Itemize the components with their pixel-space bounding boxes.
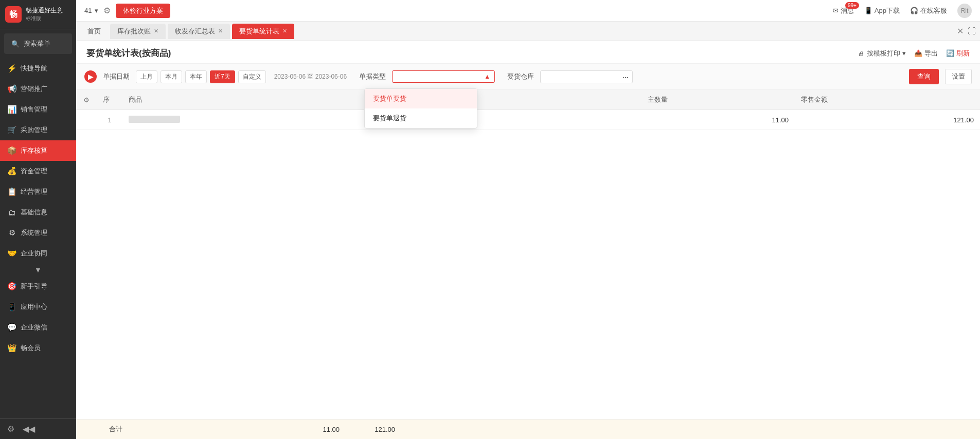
total-amount: 121.00 [344,426,395,433]
query-button[interactable]: 查询 [909,69,939,84]
date-this-month[interactable]: 本月 [161,70,182,83]
sidebar-item-purchase[interactable]: 🛒 采购管理 [0,120,76,140]
sidebar-item-marketing[interactable]: 📢 营销推广 [0,79,76,99]
export-icon: 📤 [914,49,922,57]
sidebar-item-basic[interactable]: 🗂 基础信息 [0,202,76,223]
export-button[interactable]: 📤 导出 [914,49,938,58]
print-label: 按模板打印 [867,49,900,58]
export-label: 导出 [924,49,938,58]
tab-order-summary-close[interactable]: ✕ [282,28,287,34]
date-last-7[interactable]: 近7天 [210,70,235,83]
header-settings-icon[interactable]: ⚙ [103,6,111,15]
warehouse-more-icon: ··· [622,73,628,81]
data-table-wrap: ⚙ 序 商品 主计量单位 主数量 零售金额 1 块 11.00 [76,90,980,419]
sidebar-item-finance[interactable]: 💰 资金管理 [0,161,76,181]
sidebar-item-label: 营销推广 [21,84,47,94]
warehouse-select[interactable]: ··· [540,70,633,83]
row-amount-cell: 121.00 [795,110,980,130]
sidebar-scroll-down[interactable]: ▼ [34,266,42,274]
sidebar-menu: 🔍 搜索菜单 ⚡ 快捷导航 📢 营销推广 📊 销售管理 🛒 采购管理 📦 库存核… [0,29,76,418]
footer-settings-icon[interactable]: ⚙ [7,424,14,434]
sidebar-item-inventory[interactable]: 📦 库存核算 [0,140,76,161]
store-number: 41 [84,7,92,14]
service-item[interactable]: 🎧 在线客服 [910,6,947,15]
service-label: 在线客服 [920,6,947,15]
sidebar-item-label: 基础信息 [21,208,47,217]
sidebar-item-label: 系统管理 [21,228,47,237]
marketing-icon: 📢 [7,84,16,94]
sidebar-item-system[interactable]: ⚙ 系统管理 [0,223,76,243]
content-area: 要货单统计表(按商品) 🖨 按模板打印 ▾ 📤 导出 🔄 刷新 ▶ [76,41,980,439]
tab-home[interactable]: 首页 [80,24,108,39]
sidebar-item-label: 库存核算 [21,146,47,155]
message-icon: ✉ [833,7,839,14]
avatar[interactable]: Rit [957,4,972,18]
tab-home-label: 首页 [87,27,101,36]
print-button[interactable]: 🖨 按模板打印 ▾ [858,49,906,58]
table-footer: 合计 11.00 121.00 [76,419,980,439]
appstore-icon: 📱 [7,302,16,312]
sidebar-item-search[interactable]: 🔍 搜索菜单 [4,33,72,54]
col-quantity-header: 主数量 [642,90,795,110]
print-icon: 🖨 [858,49,865,57]
type-selected-value [397,73,398,80]
sidebar-item-label: 经营管理 [21,187,47,196]
sidebar-item-label: 资金管理 [21,167,47,176]
search-icon: 🔍 [11,40,20,48]
date-last-month[interactable]: 上月 [136,70,157,83]
tab-bar-expand-icon[interactable]: ⛶ [968,27,976,36]
sidebar-item-appstore[interactable]: 📱 应用中心 [0,297,76,317]
sidebar-item-label: 畅会员 [21,343,41,353]
table-row: 1 块 11.00 121.00 [76,110,980,130]
footer-collapse-icon[interactable]: ◀◀ [23,424,35,434]
sidebar-item-member[interactable]: 👑 畅会员 [0,338,76,358]
sidebar: 畅 畅捷通好生意 标准版 🔍 搜索菜单 ⚡ 快捷导航 📢 营销推广 📊 销售管理… [0,0,76,439]
tab-bar-close-icon[interactable]: ✕ [957,26,964,36]
row-settings-cell [76,110,97,130]
sidebar-item-label: 快捷导航 [21,64,47,73]
tab-receive-summary[interactable]: 收发存汇总表 ✕ [168,24,230,39]
type-dropdown: 要货单要货 要货单退货 [364,88,477,129]
app-icon: 📱 [864,7,872,14]
tab-inventory-batch-close[interactable]: ✕ [154,28,158,34]
page-actions: 🖨 按模板打印 ▾ 📤 导出 🔄 刷新 [858,49,970,58]
chevron-down-icon: ▾ [95,7,98,14]
warehouse-selected-value [545,73,547,81]
dropdown-item-order-goods[interactable]: 要货单要货 [365,89,477,108]
tab-inventory-batch[interactable]: 库存批次账 ✕ [110,24,166,39]
sidebar-item-label: 企业协同 [21,249,47,258]
sidebar-item-label: 新手引导 [21,282,47,291]
sidebar-item-enterprise[interactable]: 🤝 企业协同 [0,243,76,264]
filter-expand-button[interactable]: ▶ [84,70,97,83]
date-this-year[interactable]: 本年 [185,70,207,83]
logo-icon: 畅 [5,6,22,23]
app-download-item[interactable]: 📱 App下载 [864,6,900,15]
sidebar-item-guide[interactable]: 🎯 新手引导 [0,276,76,297]
date-custom[interactable]: 自定义 [238,70,266,83]
date-range-display: 2023-05-06 至 2023-06-06 [274,72,347,81]
sidebar-item-wechat[interactable]: 💬 企业微信 [0,317,76,338]
type-select[interactable]: ▲ [392,70,495,83]
logo-sub: 标准版 [26,15,63,22]
tab-receive-summary-close[interactable]: ✕ [218,28,223,34]
purchase-icon: 🛒 [7,125,16,135]
sidebar-item-label: 销售管理 [21,105,47,114]
sidebar-item-quick-nav[interactable]: ⚡ 快捷导航 [0,58,76,79]
refresh-button[interactable]: 🔄 刷新 [946,49,970,58]
col-amount-header: 零售金额 [795,90,980,110]
dropdown-item-order-return[interactable]: 要货单退货 [365,108,477,128]
data-table: ⚙ 序 商品 主计量单位 主数量 零售金额 1 块 11.00 [76,90,980,130]
sidebar-item-sales[interactable]: 📊 销售管理 [0,99,76,120]
trial-button[interactable]: 体验行业方案 [116,4,170,18]
store-selector[interactable]: 41 ▾ [84,7,98,14]
sidebar-item-operation[interactable]: 📋 经营管理 [0,181,76,202]
header-left: 41 ▾ ⚙ 体验行业方案 [84,4,170,18]
message-item[interactable]: ✉ 消息 99+ [833,6,854,15]
sidebar-item-label: 采购管理 [21,125,47,135]
date-filter-label: 单据日期 [103,72,130,81]
tab-order-summary[interactable]: 要货单统计表 ✕ [232,24,294,39]
col-settings-header[interactable]: ⚙ [76,90,97,110]
tab-inventory-batch-label: 库存批次账 [117,27,151,36]
sidebar-item-label: 企业微信 [21,323,47,332]
filter-settings-button[interactable]: 设置 [945,69,972,84]
